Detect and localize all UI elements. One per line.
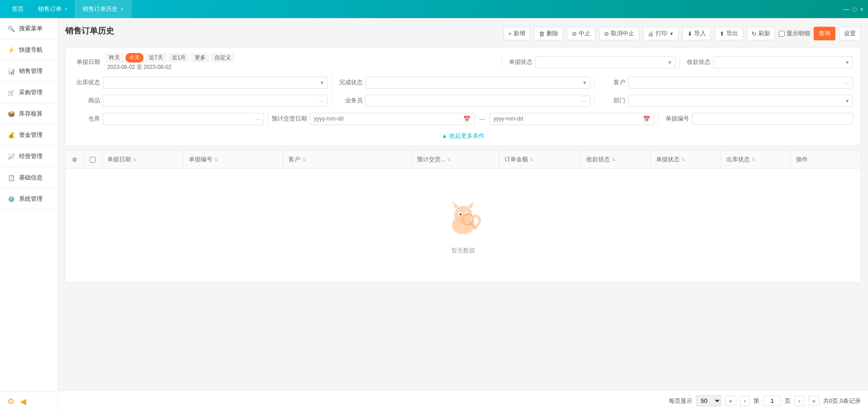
sidebar-item-quick-nav-label: 快捷导航 bbox=[19, 46, 43, 54]
customer-control[interactable]: ··· bbox=[628, 77, 853, 89]
sidebar-item-capital-label: 资金管理 bbox=[19, 131, 43, 139]
salesperson-input[interactable] bbox=[369, 97, 581, 104]
tab-sales-order-history-close[interactable]: × bbox=[120, 6, 124, 12]
sidebar-item-search-menu[interactable]: 🔍 搜索菜单 bbox=[0, 18, 58, 39]
sidebar-item-quick-nav[interactable]: ⚡ 快捷导航 bbox=[0, 39, 58, 61]
sidebar-item-system[interactable]: ⚙️ 系统管理 bbox=[0, 189, 58, 210]
order-status-label: 单据状态 bbox=[505, 58, 532, 66]
th-date[interactable]: 单据日期 ⇅ bbox=[102, 151, 183, 168]
cancel-stop-button[interactable]: ⊘ 取消中止 bbox=[599, 27, 639, 40]
empty-text: 暂无数据 bbox=[451, 247, 475, 255]
complete-status-input[interactable] bbox=[369, 79, 583, 86]
goods-control[interactable]: ··· bbox=[103, 95, 328, 107]
order-status-control[interactable]: ▾ bbox=[535, 56, 675, 68]
filter-row-2: 出库状态 ▾ 完成状态 ▾ 客户 bbox=[73, 76, 853, 89]
warehouse-label: 仓库 bbox=[73, 115, 100, 123]
import-button[interactable]: ⬇ 导入 bbox=[682, 27, 711, 40]
out-status-input[interactable] bbox=[107, 79, 321, 86]
query-button[interactable]: 查询 bbox=[814, 27, 835, 40]
out-status-control[interactable]: ▾ bbox=[103, 77, 328, 89]
page-input[interactable] bbox=[763, 396, 781, 406]
show-detail-checkbox[interactable] bbox=[779, 31, 785, 37]
refresh-button[interactable]: ↻ 刷新 bbox=[747, 27, 775, 40]
tab-home[interactable]: 首页 bbox=[5, 5, 31, 13]
collapse-row[interactable]: ▲ 收起更多条件 bbox=[73, 130, 853, 140]
order-no-control[interactable] bbox=[692, 113, 853, 125]
th-status[interactable]: 单据状态 ⇅ bbox=[651, 151, 721, 168]
th-out[interactable]: 出库状态 ⇅ bbox=[721, 151, 791, 168]
export-icon: ⬆ bbox=[719, 30, 724, 37]
th-checkbox[interactable] bbox=[84, 152, 102, 167]
prev-page-button[interactable]: ‹ bbox=[740, 396, 750, 406]
goods-input[interactable] bbox=[107, 97, 319, 104]
sidebar-item-inventory-label: 库存核算 bbox=[19, 110, 43, 118]
customer-input[interactable] bbox=[632, 79, 844, 86]
sidebar-item-purchase-mgmt[interactable]: 🛒 采购管理 bbox=[0, 82, 58, 103]
settings-button[interactable]: 设置 bbox=[839, 27, 861, 40]
sidebar-item-basic-info[interactable]: 📋 基础信息 bbox=[0, 167, 58, 189]
show-detail-checkbox-wrapper: 显示明细 bbox=[779, 29, 810, 38]
th-customer[interactable]: 客户 ⇅ bbox=[283, 151, 412, 168]
sidebar-collapse-icon[interactable]: ◀ bbox=[20, 396, 26, 406]
import-label: 导入 bbox=[694, 29, 706, 38]
sidebar-item-operations-label: 经营管理 bbox=[19, 152, 43, 160]
first-page-button[interactable]: « bbox=[725, 396, 736, 406]
th-no[interactable]: 单据编号 ⇅ bbox=[183, 151, 283, 168]
minimize-btn[interactable]: — bbox=[844, 6, 849, 13]
calendar-start-icon[interactable]: 📅 bbox=[463, 116, 470, 122]
sidebar-item-basic-info-label: 基础信息 bbox=[19, 174, 43, 182]
order-no-input[interactable] bbox=[696, 116, 849, 122]
th-receipt[interactable]: 收款状态 ⇅ bbox=[581, 151, 651, 168]
receipt-status-control[interactable]: ▾ bbox=[713, 56, 853, 68]
th-delivery[interactable]: 预计交货... ⇅ bbox=[412, 151, 499, 168]
th-settings[interactable]: ⚙ bbox=[66, 152, 84, 168]
tab-sales-order-close[interactable]: × bbox=[64, 6, 67, 12]
print-button[interactable]: 🖨 打印 ▼ bbox=[643, 27, 679, 40]
date-last7[interactable]: 近7天 bbox=[145, 53, 167, 63]
date-more[interactable]: 更多 bbox=[191, 53, 209, 63]
sidebar-item-capital[interactable]: 💰 资金管理 bbox=[0, 125, 58, 146]
export-button[interactable]: ⬆ 导出 bbox=[715, 27, 743, 40]
complete-status-control[interactable]: ▾ bbox=[365, 77, 590, 89]
warehouse-control[interactable]: ··· bbox=[103, 113, 264, 125]
salesperson-control[interactable]: ··· bbox=[365, 95, 590, 107]
date-today[interactable]: 今天 bbox=[125, 53, 144, 63]
next-page-button[interactable]: › bbox=[794, 396, 804, 406]
date-yesterday[interactable]: 昨天 bbox=[106, 53, 124, 63]
calendar-end-icon[interactable]: 📅 bbox=[643, 116, 650, 122]
import-icon: ⬇ bbox=[687, 30, 692, 37]
date-custom[interactable]: 自定义 bbox=[211, 53, 235, 63]
date-last1m[interactable]: 近1月 bbox=[168, 53, 190, 63]
new-button[interactable]: + 新增 bbox=[504, 27, 531, 40]
select-all-checkbox[interactable] bbox=[90, 157, 96, 163]
delete-button[interactable]: 🗑 删除 bbox=[534, 27, 563, 40]
receipt-status-input[interactable] bbox=[717, 59, 846, 65]
date-end-input[interactable] bbox=[494, 116, 643, 122]
stop-button[interactable]: ⊘ 中止 bbox=[567, 27, 595, 40]
sidebar-item-sales-mgmt[interactable]: 📊 销售管理 bbox=[0, 61, 58, 82]
maximize-btn[interactable]: □ bbox=[853, 6, 857, 13]
date-label: 单据日期 bbox=[73, 58, 100, 66]
date-end-control[interactable]: 📅 bbox=[489, 113, 654, 125]
collapse-label: ▲ 收起更多条件 bbox=[441, 132, 484, 139]
date-start-input[interactable] bbox=[314, 116, 463, 122]
warehouse-input[interactable] bbox=[107, 116, 255, 122]
th-amount[interactable]: 订单金额 ⇅ bbox=[499, 151, 580, 168]
dept-control[interactable]: ▾ bbox=[628, 95, 853, 107]
sidebar-item-inventory[interactable]: 📦 库存核算 bbox=[0, 103, 58, 125]
salesperson-dots: ··· bbox=[581, 97, 586, 104]
tab-sales-order[interactable]: 销售订单 × bbox=[31, 0, 75, 18]
th-receipt-label: 收款状态 bbox=[586, 155, 610, 164]
date-start-control[interactable]: 📅 bbox=[310, 113, 475, 125]
th-status-label: 单据状态 bbox=[656, 155, 680, 164]
last-page-button[interactable]: » bbox=[808, 396, 820, 406]
dept-input[interactable] bbox=[632, 97, 846, 104]
per-page-select[interactable]: 50 10 20 100 bbox=[696, 395, 721, 406]
sidebar-item-operations[interactable]: 📈 经营管理 bbox=[0, 146, 58, 167]
sidebar-settings-icon[interactable]: ⚙ bbox=[7, 396, 14, 406]
tab-sales-order-history[interactable]: 销售订单历史 × bbox=[75, 0, 131, 18]
quick-nav-icon: ⚡ bbox=[7, 46, 15, 54]
sidebar-item-system-label: 系统管理 bbox=[19, 195, 43, 203]
order-status-input[interactable] bbox=[539, 59, 668, 65]
close-btn-window[interactable]: × bbox=[860, 6, 863, 13]
